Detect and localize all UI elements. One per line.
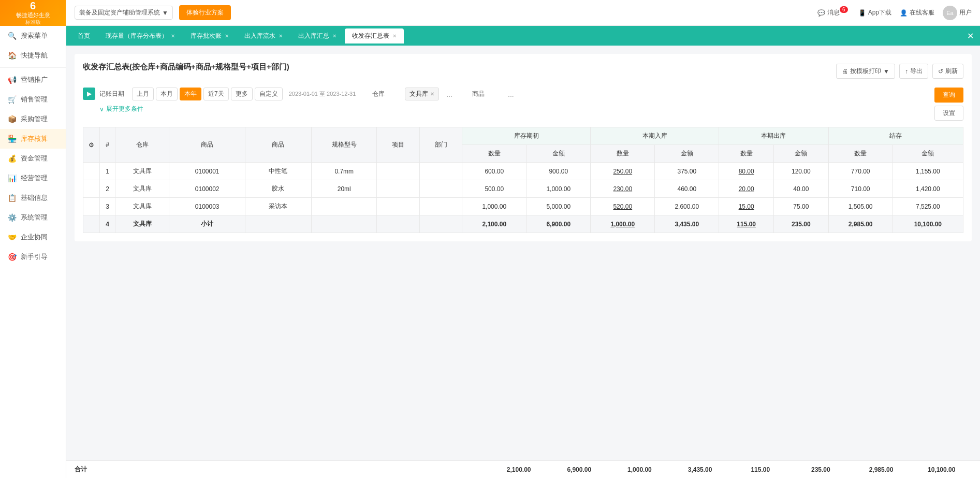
goods-label: 商品 <box>472 90 501 98</box>
tab-inout-summary[interactable]: 出入库汇总 ✕ <box>291 28 344 44</box>
sidebar-item-system[interactable]: ⚙️ 系统管理 <box>0 208 66 227</box>
date-btn-7days[interactable]: 近7天 <box>203 88 229 100</box>
row2-num: 2 <box>100 180 115 198</box>
th-balance: 结存 <box>828 127 963 145</box>
tab-recv-send[interactable]: 收发存汇总表 ✕ <box>345 28 404 44</box>
row1-balance-amt: 1,155.00 <box>893 163 963 180</box>
row3-project <box>377 198 419 215</box>
filter-toggle-btn[interactable]: ▶ <box>83 88 95 100</box>
date-btn-this-year[interactable]: 本年 <box>180 88 201 100</box>
date-label: 记账日期 <box>99 90 128 98</box>
online-service-btn[interactable]: 👤 在线客服 <box>900 8 934 17</box>
warehouse-more-btn[interactable]: ... <box>443 89 456 100</box>
sidebar-item-basic[interactable]: 📋 基础信息 <box>0 188 66 208</box>
th-warehouse: 仓库 <box>115 127 169 163</box>
sidebar-item-marketing[interactable]: 📢 营销推广 <box>0 70 66 90</box>
row2-in-qty[interactable]: 230.00 <box>591 180 655 198</box>
printer-icon: 🖨 <box>842 68 848 75</box>
tab-stock-dist[interactable]: 现存量（库存分布表） ✕ <box>98 28 182 44</box>
tab-home[interactable]: 首页 <box>70 28 97 44</box>
row2-out-qty[interactable]: 20.00 <box>719 180 774 198</box>
row3-in-amt: 2,600.00 <box>655 198 719 215</box>
subtotal-out-qty[interactable]: 115.00 <box>719 215 774 233</box>
table-row: 1 文具库 0100001 中性笔 0.7mm 600.00 900.00 25… <box>83 163 963 180</box>
th-opening-qty: 数量 <box>462 145 526 163</box>
subtotal-in-qty[interactable]: 1,000.00 <box>591 215 655 233</box>
goods-more-btn[interactable]: ... <box>505 89 517 100</box>
subtotal-check <box>83 215 100 233</box>
setting-btn[interactable]: 设置 <box>934 106 963 121</box>
sidebar-item-purchase[interactable]: 📦 采购管理 <box>0 109 66 129</box>
date-btn-this-month[interactable]: 本月 <box>156 88 178 100</box>
subtotal-out-amt: 235.00 <box>773 215 828 233</box>
row2-project <box>377 180 419 198</box>
warehouse-tag: 文具库 ✕ <box>405 88 439 100</box>
enterprise-icon: 🤝 <box>7 233 17 241</box>
row3-in-qty[interactable]: 520.00 <box>591 198 655 215</box>
total-in-amt: 3,435.00 <box>670 466 730 473</box>
row1-in-qty[interactable]: 250.00 <box>591 163 655 180</box>
message-btn[interactable]: 💬 消息 6 <box>817 8 850 17</box>
subtotal-empty3 <box>377 215 419 233</box>
sidebar-item-sales[interactable]: 🛒 销售管理 <box>0 90 66 109</box>
subtotal-warehouse: 文具库 <box>115 215 169 233</box>
total-label: 合计 <box>75 465 126 474</box>
app-download-btn[interactable]: 📱 App下载 <box>858 8 891 17</box>
row1-name: 中性笔 <box>245 163 311 180</box>
user-menu[interactable]: Ea 用户 <box>943 6 972 20</box>
row1-out-qty[interactable]: 80.00 <box>719 163 774 180</box>
row3-out-amt: 75.00 <box>773 198 828 215</box>
row1-project <box>377 163 419 180</box>
tab-close-stock-dist[interactable]: ✕ <box>171 33 175 39</box>
export-btn[interactable]: ↑ 导出 <box>899 64 928 79</box>
row2-code: 0100002 <box>169 180 245 198</box>
subtotal-opening-qty: 2,100.00 <box>462 215 526 233</box>
date-btn-custom[interactable]: 自定义 <box>255 88 283 100</box>
row3-out-qty[interactable]: 15.00 <box>719 198 774 215</box>
expand-conditions-btn[interactable]: ∨ 展开更多条件 <box>99 105 930 113</box>
tabbar-close-btn[interactable]: ✕ <box>965 31 976 41</box>
sidebar-item-finance[interactable]: 💰 资金管理 <box>0 149 66 168</box>
tab-close-inout-summary[interactable]: ✕ <box>332 33 337 39</box>
th-out-amt: 金额 <box>773 145 828 163</box>
sidebar-item-guide[interactable]: 🎯 新手引导 <box>0 247 66 267</box>
tab-close-batch[interactable]: ✕ <box>225 33 229 39</box>
date-filter: 记账日期 上月 本月 本年 近7天 更多 自定义 2023-01-01 至 20… <box>99 88 356 100</box>
tab-close-recv-send[interactable]: ✕ <box>392 33 397 39</box>
home-icon: 🏠 <box>7 51 17 60</box>
system-selector[interactable]: 装备及固定资产辅助管理系统 ▼ <box>75 6 173 20</box>
th-goods-code: 商品 <box>169 127 245 163</box>
search-icon: 🔍 <box>7 32 17 40</box>
sidebar-item-business[interactable]: 📊 经营管理 <box>0 168 66 188</box>
print-btn[interactable]: 🖨 按模板打印 ▼ <box>836 64 895 79</box>
sidebar-item-quick[interactable]: 🏠 快捷导航 <box>0 46 66 65</box>
topbar-left: 装备及固定资产辅助管理系统 ▼ 体验行业方案 <box>75 5 231 20</box>
refresh-icon: ↺ <box>938 68 943 75</box>
query-btn[interactable]: 查询 <box>934 88 963 103</box>
date-buttons: 上月 本月 本年 近7天 更多 自定义 <box>132 88 283 100</box>
subtotal-balance-amt: 10,100.00 <box>893 215 963 233</box>
sidebar-divider <box>0 67 66 68</box>
sidebar-item-enterprise[interactable]: 🤝 企业协同 <box>0 227 66 247</box>
total-out-amt: 235.00 <box>791 466 851 473</box>
sidebar-item-inventory[interactable]: 🏪 库存核算 <box>0 129 66 149</box>
tab-close-inout-flow[interactable]: ✕ <box>279 33 283 39</box>
download-icon: 📱 <box>858 9 866 17</box>
date-btn-prev-month[interactable]: 上月 <box>132 88 154 100</box>
total-in-qty: 1,000.00 <box>609 466 670 473</box>
th-goods-spec: 规格型号 <box>312 127 377 163</box>
tabbar: 首页 现存量（库存分布表） ✕ 库存批次账 ✕ 出入库流水 ✕ 出入库汇总 ✕ … <box>66 26 980 46</box>
warehouse-remove-btn[interactable]: ✕ <box>430 91 434 97</box>
date-btn-more[interactable]: 更多 <box>231 88 253 100</box>
subtotal-in-amt: 3,435.00 <box>655 215 719 233</box>
trial-btn[interactable]: 体验行业方案 <box>179 5 231 20</box>
gear-icon[interactable]: ⚙ <box>89 141 94 149</box>
bottom-bar: 合计 2,100.00 6,900.00 1,000.00 3,435.00 1… <box>66 460 980 478</box>
refresh-btn[interactable]: ↺ 刷新 <box>932 64 963 79</box>
row1-dept <box>419 163 462 180</box>
tab-inout-flow[interactable]: 出入库流水 ✕ <box>237 28 290 44</box>
tab-batch[interactable]: 库存批次账 ✕ <box>183 28 236 44</box>
th-out-qty: 数量 <box>719 145 774 163</box>
sidebar-item-search[interactable]: 🔍 搜索菜单 <box>0 26 66 46</box>
total-opening-qty: 2,100.00 <box>489 466 549 473</box>
